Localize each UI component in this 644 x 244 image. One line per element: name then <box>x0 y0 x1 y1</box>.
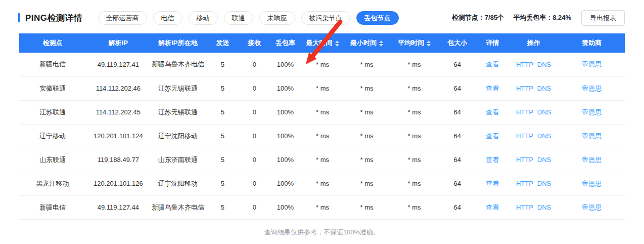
column-label-node: 检测点 <box>42 39 62 47</box>
sent-cell: 5 <box>205 76 240 100</box>
dns-test-link[interactable]: DNS <box>537 132 551 140</box>
dns-test-link[interactable]: DNS <box>537 156 551 164</box>
sponsor-link[interactable]: 帝恩思 <box>582 85 602 92</box>
table-row: 安徽联通114.112.202.46江苏无锡联通50100%* ms* ms* … <box>19 76 625 100</box>
export-report-button[interactable]: 导出报表 <box>581 10 625 26</box>
dns-test-link[interactable]: DNS <box>537 204 551 211</box>
min-cell: * ms <box>343 148 390 172</box>
avg-cell: * ms <box>390 100 438 124</box>
loss-cell: 100% <box>269 195 302 219</box>
location-cell: 山东济南联通 <box>151 148 205 172</box>
caret-up-icon[interactable] <box>379 40 383 43</box>
sponsor-cell: 帝恩思 <box>559 53 625 76</box>
view-detail-link[interactable]: 查看 <box>486 60 499 68</box>
filter-pill-1[interactable]: 电信 <box>153 11 182 25</box>
table-row: 江苏联通114.112.202.45江苏无锡联通50100%* ms* ms* … <box>19 100 625 124</box>
size-cell: 64 <box>438 172 476 195</box>
received-cell: 0 <box>240 100 268 124</box>
sponsor-cell: 帝恩思 <box>559 100 625 124</box>
filter-pill-3[interactable]: 联通 <box>224 11 253 25</box>
min-cell: * ms <box>343 124 390 148</box>
operations-cell: HTTPDNS <box>509 172 559 195</box>
location-cell: 辽宁沈阳移动 <box>151 172 205 195</box>
max-cell: * ms <box>302 148 343 172</box>
topbar-right: 检测节点：7/85个 平均丢包率：8.24% 导出报表 <box>452 10 625 26</box>
sponsor-cell: 帝恩思 <box>559 172 625 195</box>
filter-pill-5[interactable]: 被污染节点 <box>301 11 350 25</box>
table-row: 新疆电信49.119.127.41新疆乌鲁木齐电信50100%* ms* ms*… <box>19 53 625 76</box>
ip-cell: 49.119.127.44 <box>86 195 151 219</box>
dns-test-link[interactable]: DNS <box>537 61 551 68</box>
http-test-link[interactable]: HTTP <box>516 132 533 140</box>
avg-cell: * ms <box>390 76 438 100</box>
sort-icon[interactable] <box>379 40 383 47</box>
received-cell: 0 <box>240 172 268 195</box>
http-test-link[interactable]: HTTP <box>516 156 533 164</box>
node-cell: 安徽联通 <box>19 76 86 100</box>
sort-icon[interactable] <box>427 40 431 47</box>
view-detail-link[interactable]: 查看 <box>486 156 499 164</box>
sponsor-link[interactable]: 帝恩思 <box>582 204 602 211</box>
view-detail-link[interactable]: 查看 <box>486 204 499 211</box>
caret-up-icon[interactable] <box>427 40 431 43</box>
operations-cell: HTTPDNS <box>509 100 559 124</box>
location-cell: 新疆乌鲁木齐电信 <box>151 53 205 76</box>
received-cell: 0 <box>240 148 268 172</box>
avg-cell: * ms <box>390 172 438 195</box>
sponsor-link[interactable]: 帝恩思 <box>582 180 602 187</box>
sponsor-link[interactable]: 帝恩思 <box>582 156 602 164</box>
sent-cell: 5 <box>205 53 240 76</box>
column-label-loss: 丢包率 <box>275 39 295 47</box>
filter-pill-2[interactable]: 移动 <box>189 11 218 25</box>
column-header-min[interactable]: 最小时间 <box>343 33 390 53</box>
caret-down-icon[interactable] <box>335 44 339 47</box>
ping-results-table-wrap: 检测点解析IP解析IP所在地发送接收丢包率最大时间最小时间平均时间包大小详情操作… <box>19 33 625 220</box>
avg-cell: * ms <box>390 53 438 76</box>
column-label-received: 接收 <box>248 39 261 47</box>
title-wrap: PING检测详情 <box>18 12 83 24</box>
sponsor-link[interactable]: 帝恩思 <box>582 108 602 116</box>
caret-down-icon[interactable] <box>379 44 383 47</box>
column-header-location: 解析IP所在地 <box>151 33 205 53</box>
node-cell: 新疆电信 <box>19 195 86 219</box>
max-cell: * ms <box>302 53 343 76</box>
ip-cell: 114.112.202.46 <box>86 76 151 100</box>
filter-pill-6-active[interactable]: 丢包节点 <box>356 11 399 25</box>
caret-down-icon[interactable] <box>427 44 431 47</box>
http-test-link[interactable]: HTTP <box>516 180 533 187</box>
column-header-avg[interactable]: 平均时间 <box>390 33 438 53</box>
sponsor-link[interactable]: 帝恩思 <box>582 132 602 140</box>
dns-test-link[interactable]: DNS <box>537 180 551 187</box>
filter-pill-0[interactable]: 全部运营商 <box>98 11 147 25</box>
column-label-size: 包大小 <box>447 39 467 47</box>
column-label-sponsor: 赞助商 <box>582 39 602 47</box>
column-header-max[interactable]: 最大时间 <box>302 33 343 53</box>
detail-cell: 查看 <box>476 195 508 219</box>
sort-icon[interactable] <box>335 40 339 47</box>
min-cell: * ms <box>343 195 390 219</box>
loss-cell: 100% <box>269 124 302 148</box>
max-cell: * ms <box>302 172 343 195</box>
column-label-ops: 操作 <box>527 39 540 47</box>
view-detail-link[interactable]: 查看 <box>486 132 499 140</box>
size-cell: 64 <box>438 195 476 219</box>
caret-up-icon[interactable] <box>335 40 339 43</box>
dns-test-link[interactable]: DNS <box>537 85 551 92</box>
http-test-link[interactable]: HTTP <box>516 204 533 211</box>
location-cell: 新疆乌鲁木齐电信 <box>151 195 205 219</box>
http-test-link[interactable]: HTTP <box>516 85 533 92</box>
received-cell: 0 <box>240 124 268 148</box>
table-row: 黑龙江移动120.201.101.126辽宁沈阳移动50100%* ms* ms… <box>19 172 625 195</box>
dns-test-link[interactable]: DNS <box>537 108 551 116</box>
sponsor-link[interactable]: 帝恩思 <box>582 60 602 68</box>
view-detail-link[interactable]: 查看 <box>486 108 499 116</box>
node-cell: 江苏联通 <box>19 100 86 124</box>
sponsor-cell: 帝恩思 <box>559 76 625 100</box>
column-header-detail: 详情 <box>476 33 508 53</box>
filter-pill-4[interactable]: 未响应 <box>259 11 295 25</box>
view-detail-link[interactable]: 查看 <box>486 180 499 187</box>
view-detail-link[interactable]: 查看 <box>486 85 499 92</box>
node-cell: 新疆电信 <box>19 53 86 76</box>
http-test-link[interactable]: HTTP <box>516 108 533 116</box>
http-test-link[interactable]: HTTP <box>516 61 533 68</box>
